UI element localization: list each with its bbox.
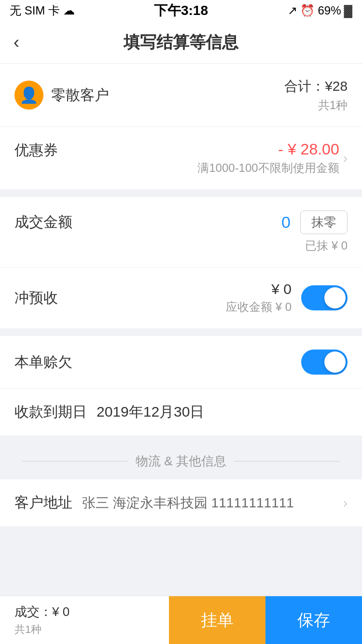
due-date-value: 2019年12月30日 [97, 402, 204, 422]
total-count: 共1种 [284, 98, 348, 113]
battery-icon: ▓ [344, 4, 353, 17]
credit-row: 本单赊欠 [0, 336, 362, 388]
alarm-icon: ⏰ [300, 4, 315, 17]
hold-button[interactable]: 挂单 [169, 596, 265, 644]
save-button[interactable]: 保存 [265, 596, 362, 644]
logistics-title: 物流 & 其他信息 [136, 453, 226, 470]
page-title: 填写结算等信息 [124, 31, 238, 54]
chevron-right-icon: › [343, 151, 348, 166]
bottom-count: 共1种 [14, 622, 154, 637]
location-icon: ↗ [288, 4, 297, 17]
coupon-desc: 满1000-100不限制使用金额 [197, 160, 339, 176]
bottom-bar: 成交：¥ 0 共1种 挂单 保存 [0, 596, 362, 644]
prepay-right: ¥ 0 应收金额 ¥ 0 [226, 281, 348, 315]
logistics-header: 物流 & 其他信息 [0, 443, 362, 479]
credit-toggle[interactable] [301, 350, 348, 375]
amount-sub-label: 已抹 ¥ 0 [14, 238, 348, 253]
address-section: 客户地址 张三 海淀永丰科技园 11111111111 › [0, 479, 362, 526]
prepay-sub-amount: 应收金额 ¥ 0 [226, 299, 292, 315]
customer-left: 👤 零散客户 [14, 81, 109, 110]
sim-label: 无 SIM 卡 ☁ [10, 3, 75, 18]
coupon-value-right: - ¥ 28.00 满1000-100不限制使用金额 [197, 140, 339, 176]
status-bar: 无 SIM 卡 ☁ 下午3:18 ↗ ⏰ 69% ▓ [0, 0, 362, 21]
prepay-amounts: ¥ 0 应收金额 ¥ 0 [226, 281, 292, 315]
due-date-row: 收款到期日 2019年12月30日 [0, 388, 362, 435]
credit-toggle-knob [324, 351, 346, 373]
avatar-icon: 👤 [19, 86, 39, 104]
customer-section: 👤 零散客户 合计：¥28 共1种 优惠券 - ¥ 28.00 满1000-10… [0, 64, 362, 189]
amount-top: 成交金额 0 抹零 [14, 210, 348, 234]
toggle-knob [324, 287, 346, 308]
coupon-value-group: - ¥ 28.00 满1000-100不限制使用金额 › [197, 140, 348, 176]
status-right: ↗ ⏰ 69% ▓ [288, 4, 352, 17]
bottom-info: 成交：¥ 0 共1种 [0, 596, 169, 644]
status-time: 下午3:18 [154, 1, 208, 20]
prepay-row: 冲预收 ¥ 0 应收金额 ¥ 0 [0, 267, 362, 328]
due-date-label: 收款到期日 [14, 402, 87, 422]
customer-name: 零散客户 [51, 85, 109, 105]
customer-row: 👤 零散客户 合计：¥28 共1种 [0, 64, 362, 126]
round-button[interactable]: 抹零 [300, 210, 348, 234]
prepay-label: 冲预收 [14, 288, 58, 308]
address-label: 客户地址 [14, 493, 72, 513]
back-icon: ‹ [14, 32, 19, 53]
credit-section: 本单赊欠 收款到期日 2019年12月30日 [0, 336, 362, 435]
amount-right: 0 抹零 [281, 210, 348, 234]
prepay-toggle[interactable] [301, 285, 348, 310]
nav-bar: ‹ 填写结算等信息 [0, 21, 362, 64]
date-row: 收款到期日 2019年12月30日 [14, 402, 348, 422]
total-amount: 合计：¥28 [284, 77, 348, 96]
status-left: 无 SIM 卡 ☁ [10, 3, 75, 18]
address-row[interactable]: 客户地址 张三 海淀永丰科技园 11111111111 › [0, 479, 362, 526]
coupon-amount: - ¥ 28.00 [197, 140, 339, 158]
customer-avatar: 👤 [14, 81, 43, 110]
address-chevron-icon: › [343, 495, 348, 511]
customer-right: 合计：¥28 共1种 [284, 77, 348, 113]
prepay-main-amount: ¥ 0 [226, 281, 292, 297]
amount-section: 成交金额 0 抹零 已抹 ¥ 0 冲预收 ¥ 0 应收金额 ¥ 0 [0, 197, 362, 328]
coupon-label: 优惠券 [14, 140, 72, 160]
address-value: 张三 海淀永丰科技园 11111111111 [82, 494, 339, 512]
trans-amount-label: 成交金额 [14, 212, 72, 232]
battery-label: 69% [318, 4, 341, 17]
coupon-row[interactable]: 优惠券 - ¥ 28.00 满1000-100不限制使用金额 › [0, 126, 362, 189]
bottom-trans-label: 成交：¥ 0 [14, 603, 154, 620]
credit-label: 本单赊欠 [14, 352, 72, 372]
trans-amount-row: 成交金额 0 抹零 已抹 ¥ 0 [0, 197, 362, 267]
trans-amount-value: 0 [281, 213, 291, 232]
back-button[interactable]: ‹ [14, 32, 19, 53]
content: 👤 零散客户 合计：¥28 共1种 优惠券 - ¥ 28.00 满1000-10… [0, 64, 362, 592]
